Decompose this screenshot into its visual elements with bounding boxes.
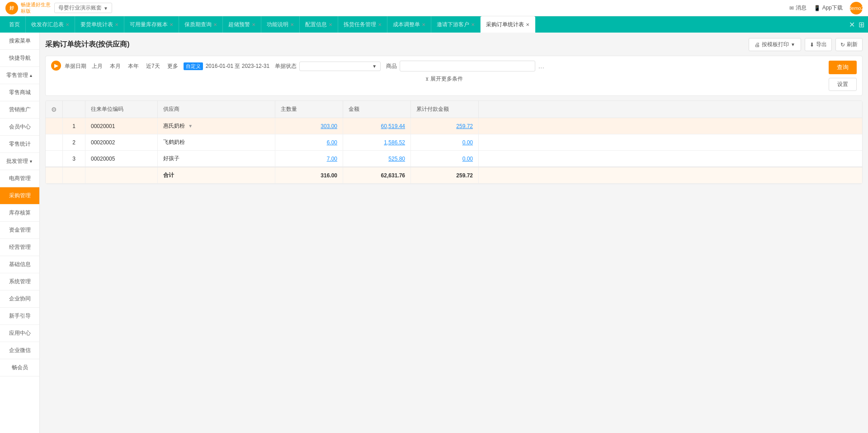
close-tab-over-stock[interactable]: ✕ — [252, 22, 255, 27]
custom-date-tag[interactable]: 自定义 — [184, 62, 203, 70]
sidebar-item-purchase-mgmt[interactable]: 采购管理 — [0, 187, 39, 205]
sidebar-item-retail-stats[interactable]: 零售统计 — [0, 136, 39, 153]
print-button[interactable]: 🖨 按模板打印 ▼ — [749, 38, 801, 51]
sidebar-item-ecommerce[interactable]: 电商管理 — [0, 170, 39, 187]
column-settings-icon[interactable]: ⚙ — [51, 106, 57, 113]
tabs-menu-icon[interactable]: ⊞ — [859, 20, 864, 29]
tab-home[interactable]: 首页 — [4, 16, 26, 33]
close-tab-function-desc[interactable]: ✕ — [290, 22, 294, 27]
col-qty-header: 主数量 — [275, 101, 343, 118]
close-tab-expiry-query[interactable]: ✕ — [213, 22, 217, 27]
row1-qty[interactable]: 303.00 — [275, 118, 343, 134]
tab-cost-adjust[interactable]: 成本调整单 ✕ — [387, 16, 431, 33]
close-tab-receive-send[interactable]: ✕ — [66, 22, 69, 27]
expand-more-button[interactable]: ⊻ 展开更多条件 — [425, 75, 463, 83]
table-row: 2 00020002 飞鹤奶粉 6.00 1,586.52 0.00 — [46, 134, 862, 151]
close-tab-pick-task[interactable]: ✕ — [378, 22, 382, 27]
row1-paid[interactable]: 259.72 — [411, 118, 479, 134]
workspace-selector[interactable]: 母婴行业演示账套 — [54, 3, 112, 13]
shortcut-this-year[interactable]: 本年 — [125, 62, 142, 71]
row3-paid[interactable]: 0.00 — [411, 151, 479, 167]
user-profile[interactable]: demo2 — [850, 2, 863, 14]
footer-settings — [46, 167, 63, 184]
sidebar-item-quick-nav[interactable]: 快捷导航 — [0, 50, 39, 67]
tab-function-desc[interactable]: 功能说明 ✕ — [261, 16, 300, 33]
expand-row: ⊻ 展开更多条件 — [65, 75, 823, 83]
query-button[interactable]: 查询 — [829, 61, 857, 74]
sidebar-item-search[interactable]: 搜索菜单 — [0, 33, 39, 50]
settings-button[interactable]: 设置 — [829, 78, 857, 91]
sidebar-item-system-mgmt[interactable]: 系统管理 — [0, 273, 39, 290]
table-row: 3 00020005 好孩子 7.00 525.80 0.00 — [46, 151, 862, 167]
message-icon: ✉ — [789, 5, 794, 11]
close-tab-goods-stats[interactable]: ✕ — [115, 22, 118, 27]
tab-over-stock[interactable]: 超储预警 ✕ — [223, 16, 261, 33]
sidebar-item-enterprise-collab[interactable]: 企业协同 — [0, 290, 39, 308]
sidebar-item-app-center[interactable]: 应用中心 — [0, 325, 39, 342]
tab-receive-send[interactable]: 收发存汇总表 ✕ — [26, 16, 75, 33]
sidebar-item-basic-info[interactable]: 基础信息 — [0, 256, 39, 273]
sidebar-item-new-guide[interactable]: 新手引导 — [0, 308, 39, 325]
sidebar-item-member[interactable]: 畅会员 — [0, 359, 39, 376]
tab-purchase-stats[interactable]: 采购订单统计表 ✕ — [481, 16, 535, 33]
row1-code: 00020001 — [85, 118, 158, 134]
sidebar-item-operation[interactable]: 经营管理 — [0, 239, 39, 256]
sidebar-item-finance[interactable]: 资金管理 — [0, 222, 39, 239]
sidebar-item-wholesale-mgmt[interactable]: 批发管理 ▼ — [0, 153, 39, 170]
goods-more-icon[interactable]: … — [538, 62, 544, 70]
filter-actions: 查询 设置 — [823, 61, 857, 91]
row3-extra — [479, 151, 863, 167]
main-layout: 搜索菜单 快捷导航 零售管理 ▲ 零售商城 营销推广 会员中心 零售统计 批发管… — [0, 33, 868, 433]
sidebar-item-retail-mall[interactable]: 零售商城 — [0, 84, 39, 101]
sidebar-item-marketing[interactable]: 营销推广 — [0, 101, 39, 119]
status-select[interactable]: ▼ — [299, 62, 381, 71]
tab-pick-task[interactable]: 拣货任务管理 ✕ — [338, 16, 387, 33]
close-tab-available-stock[interactable]: ✕ — [170, 22, 173, 27]
wholesale-mgmt-arrow-icon: ▼ — [29, 159, 33, 164]
footer-amount: 62,631.76 — [343, 167, 411, 184]
row1-amount[interactable]: 60,519.44 — [343, 118, 411, 134]
goods-input[interactable] — [400, 61, 535, 71]
tab-invite-downstream[interactable]: 邀请下游客户 ✕ — [431, 16, 481, 33]
goods-label: 商品 — [386, 62, 397, 70]
row3-qty[interactable]: 7.00 — [275, 151, 343, 167]
shortcut-7days[interactable]: 近7天 — [143, 62, 163, 71]
shortcut-this-month[interactable]: 本月 — [107, 62, 123, 71]
logo-icon: 好 — [5, 2, 18, 14]
footer-paid: 259.72 — [411, 167, 479, 184]
expand-arrow-button[interactable]: ▶ — [51, 61, 61, 71]
tab-config-info[interactable]: 配置信息 ✕ — [300, 16, 338, 33]
close-tab-invite-downstream[interactable]: ✕ — [471, 22, 475, 27]
sidebar-item-retail-mgmt[interactable]: 零售管理 ▲ — [0, 67, 39, 84]
row2-amount[interactable]: 1,586.52 — [343, 134, 411, 151]
footer-code — [85, 167, 158, 184]
close-all-tabs-icon[interactable]: ✕ — [849, 20, 855, 29]
row2-qty[interactable]: 6.00 — [275, 134, 343, 151]
tab-goods-stats[interactable]: 要货单统计表 ✕ — [75, 16, 124, 33]
sidebar-item-member-center[interactable]: 会员中心 — [0, 119, 39, 136]
page-header: 采购订单统计表(按供应商) 🖨 按模板打印 ▼ ⬇ 导出 ↻ 刷新 — [45, 38, 863, 51]
close-tab-config-info[interactable]: ✕ — [329, 22, 332, 27]
table-row: 1 00020001 惠氏奶粉 ▼ 303.00 60,519.44 259.7… — [46, 118, 862, 134]
row1-settings — [46, 118, 63, 134]
row3-amount[interactable]: 525.80 — [343, 151, 411, 167]
shortcut-more[interactable]: 更多 — [165, 62, 181, 71]
messages-button[interactable]: ✉ 消息 — [789, 4, 807, 12]
filter-fields: 单据日期 上月 本月 本年 近7天 更多 自定义 2016-01-01 至 20… — [65, 61, 823, 83]
shortcut-last-month[interactable]: 上月 — [89, 62, 105, 71]
tab-expiry-query[interactable]: 保质期查询 ✕ — [179, 16, 223, 33]
tab-available-stock[interactable]: 可用量库存账本 ✕ — [124, 16, 179, 33]
row2-paid[interactable]: 0.00 — [411, 134, 479, 151]
export-button[interactable]: ⬇ 导出 — [805, 38, 832, 51]
date-label: 单据日期 — [65, 62, 86, 70]
logo-text: 畅捷通好生意 标版 — [21, 2, 51, 14]
filter-goods-item: 商品 … — [386, 61, 544, 71]
close-tab-cost-adjust[interactable]: ✕ — [422, 22, 425, 27]
sidebar-item-enterprise-wechat[interactable]: 企业微信 — [0, 342, 39, 359]
sidebar-item-inventory[interactable]: 库存核算 — [0, 205, 39, 222]
close-tab-purchase-stats[interactable]: ✕ — [526, 22, 529, 27]
col-code-header: 往来单位编码 — [85, 101, 158, 118]
content-area: 采购订单统计表(按供应商) 🖨 按模板打印 ▼ ⬇ 导出 ↻ 刷新 — [40, 33, 868, 433]
refresh-button[interactable]: ↻ 刷新 — [835, 38, 863, 51]
app-download-button[interactable]: 📱 App下载 — [814, 4, 843, 12]
